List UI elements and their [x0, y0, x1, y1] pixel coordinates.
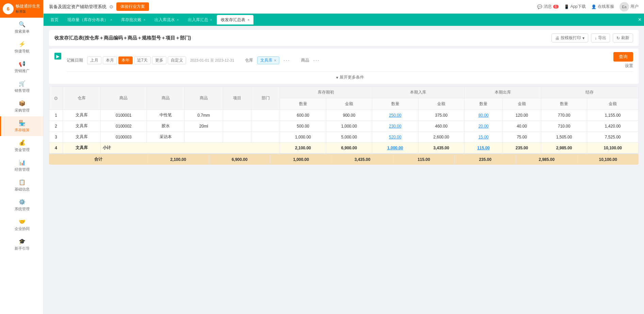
expand-conditions-btn[interactable]: ▾ 展开更多条件	[67, 71, 633, 80]
subtotal-out-qty[interactable]: 115.00	[464, 143, 503, 153]
sidebar-logo: 6 畅捷通好生意 标准版	[0, 0, 43, 18]
query-button[interactable]: 查询	[613, 52, 633, 62]
subtotal-in-qty[interactable]: 1,000.00	[372, 143, 418, 153]
row-out-amt: 120.00	[503, 110, 541, 121]
message-label: 消息	[544, 4, 552, 10]
table-settings-icon[interactable]: ⚙	[54, 96, 58, 101]
row-warehouse: 文具库	[63, 132, 101, 143]
data-table: ⚙ 仓库 商品 商品 商品 项目 部门 库存期初 本期入库 本期出库 结存	[49, 86, 639, 153]
sidebar-label-sales: 销售管理	[15, 88, 30, 93]
subtotal-num: 4	[49, 143, 63, 153]
page-title: 收发存汇总表(按仓库＋商品编码＋商品＋规格型号＋项目＋部门)	[54, 35, 191, 41]
tab-receive-summary-close[interactable]: ×	[247, 18, 249, 22]
tab-bar: 首页 现存量（库存分布表） × 库存批次账 × 出入库流水 × 出入库汇总 × …	[44, 14, 644, 26]
row-bal-amt: 7,525.00	[587, 132, 639, 143]
tab-inout-summary-close[interactable]: ×	[210, 18, 212, 22]
date-btn-custom[interactable]: 自定义	[168, 56, 186, 64]
row-open-amt: 5,000.00	[326, 132, 372, 143]
sidebar-item-finance[interactable]: 💰 资金管理	[0, 136, 43, 156]
col-project-header: 项目	[223, 87, 251, 110]
sidebar-label-collab: 企业协同	[15, 226, 30, 231]
sidebar-item-search[interactable]: 🔍 搜索菜单	[0, 18, 43, 37]
row-dept	[251, 121, 280, 132]
row-bal-amt: 1,420.00	[587, 121, 639, 132]
row-out-qty[interactable]: 15.00	[464, 132, 503, 143]
sidebar-item-marketing[interactable]: 📢 营销推广	[0, 57, 43, 77]
refresh-button[interactable]: ↻ 刷新	[613, 33, 633, 43]
row-in-amt: 2,600.00	[418, 132, 464, 143]
online-service-action[interactable]: 👤 在线客服	[591, 4, 614, 10]
tab-inout-summary[interactable]: 出入库汇总 ×	[184, 15, 216, 24]
data-table-wrapper: ⚙ 仓库 商品 商品 商品 项目 部门 库存期初 本期入库 本期出库 结存	[49, 86, 639, 165]
row-in-qty[interactable]: 250.00	[372, 110, 418, 121]
row-num: 2	[49, 121, 63, 132]
tab-bar-close-icon[interactable]: ×	[638, 17, 641, 23]
sidebar-item-inventory[interactable]: 🏪 库存核算	[0, 116, 43, 136]
tab-batch[interactable]: 库存批次账 ×	[117, 15, 150, 24]
header-settings-icon[interactable]: ⚙	[109, 4, 114, 10]
row-num: 1	[49, 110, 63, 121]
sidebar-item-collab[interactable]: 🤝 企业协同	[0, 215, 43, 235]
print-button[interactable]: 🖨 按模板打印 ▾	[551, 33, 588, 43]
sidebar-item-operations[interactable]: 📊 经营管理	[0, 156, 43, 176]
row-code: 0100001	[101, 110, 147, 121]
row-out-qty[interactable]: 20.00	[464, 121, 503, 132]
date-btn-more[interactable]: 更多	[152, 56, 166, 64]
tab-home[interactable]: 首页	[46, 15, 63, 24]
row-name: 胶水	[147, 121, 184, 132]
online-service-label: 在线客服	[598, 4, 614, 10]
product-filter-dots[interactable]: ···	[313, 57, 320, 64]
tab-batch-close[interactable]: ×	[144, 18, 146, 22]
col-out-header: 本期出库	[464, 87, 541, 98]
tab-inout-flow-close[interactable]: ×	[177, 18, 179, 22]
total-open-amt: 6,900.00	[209, 155, 271, 164]
app-download-action[interactable]: 📱 App下载	[564, 4, 586, 10]
header-right: 💬 消息 6 📱 App下载 👤 在线客服 Ea 用户	[537, 2, 639, 12]
user-action[interactable]: Ea 用户	[620, 2, 639, 12]
sidebar-item-purchase[interactable]: 📦 采购管理	[0, 97, 43, 116]
filter-toggle-btn[interactable]: ▶	[54, 53, 61, 60]
warehouse-tag: 文具库 ×	[257, 56, 279, 64]
row-open-qty: 1,000.00	[280, 132, 326, 143]
total-row: 合计 2,100.00 6,900.00 1,000.00 3,435.00 1…	[49, 153, 639, 165]
product-filter-label: 商品	[301, 57, 309, 63]
row-in-qty[interactable]: 230.00	[372, 121, 418, 132]
warehouse-tag-close[interactable]: ×	[274, 58, 276, 63]
export-button[interactable]: ↓ 导出	[591, 33, 610, 43]
sidebar-label-purchase: 采购管理	[15, 108, 30, 113]
logo-text: 畅捷通好生意	[16, 4, 40, 9]
row-project	[223, 110, 251, 121]
date-btn-7days[interactable]: 近7天	[134, 56, 151, 64]
row-warehouse: 文具库	[63, 121, 101, 132]
tab-inventory-dist-close[interactable]: ×	[110, 18, 112, 22]
sidebar-item-system[interactable]: ⚙️ 系统管理	[0, 195, 43, 215]
subtotal-open-qty: 2,100.00	[280, 143, 326, 153]
message-badge: 6	[553, 5, 559, 9]
col-bal-qty-header: 数量	[541, 98, 587, 110]
date-btn-prev-month[interactable]: 上月	[87, 56, 101, 64]
sidebar-item-quick[interactable]: ⚡ 快捷导航	[0, 37, 43, 57]
date-btn-this-month[interactable]: 本月	[103, 56, 117, 64]
subtotal-bal-qty: 2,985.00	[541, 143, 587, 153]
message-action[interactable]: 💬 消息 6	[537, 4, 559, 10]
sidebar-item-sales[interactable]: 🛒 销售管理	[0, 77, 43, 97]
sidebar: 6 畅捷通好生意 标准版 🔍 搜索菜单 ⚡ 快捷导航 📢 营销推广 🛒 销售管理…	[0, 0, 44, 314]
tab-receive-summary[interactable]: 收发存汇总表 ×	[217, 15, 253, 24]
tab-inventory-dist[interactable]: 现存量（库存分布表） ×	[63, 15, 116, 24]
sidebar-item-guide[interactable]: 🎓 新手引导	[0, 235, 43, 254]
row-out-qty[interactable]: 80.00	[464, 110, 503, 121]
setting-link[interactable]: 设置	[625, 63, 633, 69]
row-open-qty: 500.00	[280, 121, 326, 132]
tab-inout-flow[interactable]: 出入库流水 ×	[150, 15, 183, 24]
date-btn-this-year[interactable]: 本年	[118, 56, 133, 64]
sidebar-item-basic[interactable]: 📋 基础信息	[0, 176, 43, 195]
row-in-qty[interactable]: 520.00	[372, 132, 418, 143]
total-out-amt: 235.00	[455, 155, 516, 164]
warehouse-filter-label: 仓库	[245, 57, 253, 63]
row-bal-qty: 770.00	[541, 110, 587, 121]
row-code: 0100002	[101, 121, 147, 132]
app-download-label: App下载	[571, 4, 586, 10]
warehouse-filter-dots[interactable]: ···	[283, 57, 290, 64]
trial-button[interactable]: 体验行业方案	[116, 2, 149, 11]
total-bal-qty: 2,985.00	[516, 155, 578, 164]
